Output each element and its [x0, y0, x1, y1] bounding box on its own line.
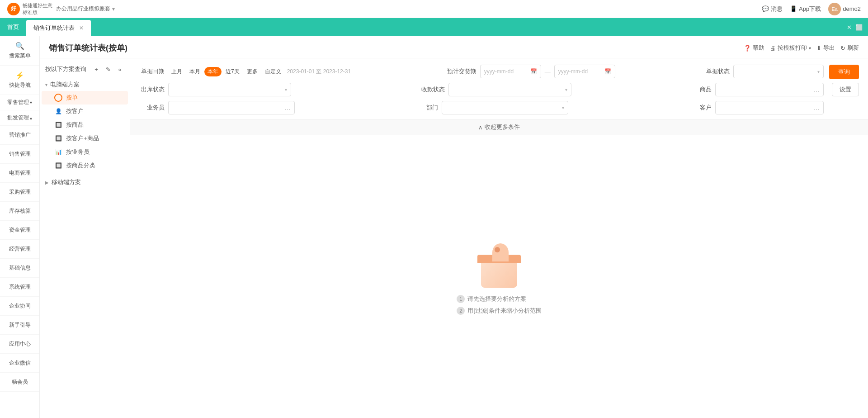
date-btn-7days[interactable]: 近7天: [222, 67, 243, 76]
department-label: 部门: [420, 104, 438, 112]
payment-status-dropdown-icon: ▾: [565, 87, 567, 92]
export-btn[interactable]: ⬇ 导出: [816, 44, 835, 52]
salesperson-select[interactable]: ...: [168, 101, 295, 114]
filter-main: 单据日期 上月 本月 本年 近7天 更多 自定义 20: [139, 65, 824, 119]
sidebar-item-wholesale[interactable]: 批发管理 ▴: [0, 110, 39, 126]
sidebar-item-search[interactable]: 🔍 搜索菜单: [0, 36, 39, 66]
cal-end-icon: 📅: [604, 68, 611, 75]
tab-sales-stats-label: 销售订单统计表: [33, 24, 75, 32]
app-download-btn[interactable]: 📱 App下载: [790, 5, 821, 13]
collapse-more-conditions-btn[interactable]: ∧ 收起更多条件: [130, 119, 868, 135]
query-button[interactable]: 查询: [829, 65, 859, 79]
sidebar-item-inventory[interactable]: 库存核算: [0, 202, 39, 221]
scheme-group-desktop-header[interactable]: ▾ 电脑端方案: [40, 78, 130, 91]
product-more-icon[interactable]: ...: [814, 86, 820, 94]
sidebar-item-appstore[interactable]: 应用中心: [0, 335, 39, 354]
scheme-panel-actions: + ✎ «: [92, 65, 124, 74]
scheme-item-by-product[interactable]: 🔲 按商品: [42, 118, 128, 132]
date-quick-btns: 上月 本月 本年 近7天 更多 自定义: [168, 67, 284, 76]
scheme-item-by-order[interactable]: 按单: [42, 91, 128, 104]
breadcrumb-dropdown-icon[interactable]: ▾: [112, 6, 115, 12]
sidebar-item-system[interactable]: 系统管理: [0, 278, 39, 297]
tab-home[interactable]: 首页: [0, 18, 26, 36]
by-customer-icon: 👤: [54, 107, 62, 115]
expected-date-start[interactable]: yyyy-mm-dd 📅: [480, 65, 541, 78]
date-btn-this-year[interactable]: 本年: [204, 67, 222, 76]
sidebar-item-wechat[interactable]: 企业微信: [0, 354, 39, 373]
date-btn-last-month[interactable]: 上月: [168, 67, 185, 76]
filter-row-2: 出库状态 ▾ 收款状态 ▾ 商品: [139, 83, 824, 96]
customer-select[interactable]: ...: [715, 101, 824, 114]
scheme-edit-btn[interactable]: ✎: [104, 65, 113, 74]
scheme-collapse-btn[interactable]: «: [115, 65, 124, 74]
expected-date-end-placeholder: yyyy-mm-dd: [558, 68, 588, 75]
user-menu[interactable]: Ea demo2: [828, 3, 861, 15]
department-dropdown-icon: ▾: [562, 105, 564, 110]
date-range-text: 2023-01-01 至 2023-12-31: [287, 68, 351, 76]
app-download-icon: 📱: [790, 5, 797, 12]
refresh-icon: ↻: [840, 45, 845, 52]
help-btn[interactable]: ❓ 帮助: [744, 44, 764, 52]
payment-status-label: 收款状态: [413, 86, 445, 94]
maximize-icon[interactable]: ⬜: [855, 24, 863, 31]
sidebar: 🔍 搜索菜单 ⚡ 快捷导航 零售管理 ▾ 批发管理 ▴ 营销推广 销售管理 电商…: [0, 36, 40, 418]
sidebar-item-finance[interactable]: 资金管理: [0, 221, 39, 240]
logo-icon: 好: [7, 3, 20, 15]
date-btn-this-month[interactable]: 本月: [186, 67, 203, 76]
by-customer-product-icon: 🔲: [54, 134, 62, 142]
sidebar-item-operation[interactable]: 经营管理: [0, 240, 39, 259]
avatar: Ea: [828, 3, 841, 15]
empty-illustration: [467, 238, 531, 288]
sidebar-item-newcomer[interactable]: 新手引导: [0, 316, 39, 335]
sidebar-item-sales[interactable]: 销售管理: [0, 145, 39, 164]
filter-row-3: 业务员 ... 部门 ▾ 客户: [139, 101, 824, 114]
breadcrumb: 办公用品行业模拟账套 ▾: [56, 5, 115, 13]
mobile-arrow-icon: ▶: [45, 180, 49, 185]
topbar: 好 畅捷通好生意 标准版 办公用品行业模拟账套 ▾ 💬 消息 📱 App下载 E…: [0, 0, 868, 18]
sidebar-item-quick-nav[interactable]: ⚡ 快捷导航: [0, 66, 39, 95]
sidebar-item-ecommerce[interactable]: 电商管理: [0, 164, 39, 183]
department-select[interactable]: ▾: [442, 101, 568, 114]
refresh-btn[interactable]: ↻ 刷新: [840, 44, 859, 52]
logo-text: 畅捷通好生意 标准版: [23, 2, 52, 15]
status-select[interactable]: ▾: [733, 65, 824, 78]
sidebar-item-purchase[interactable]: 采购管理: [0, 183, 39, 202]
sidebar-item-basic[interactable]: 基础信息: [0, 259, 39, 278]
expected-date-label: 预计交货期: [440, 67, 476, 76]
empty-hint-1: 1 请先选择要分析的方案: [457, 295, 541, 303]
product-select[interactable]: ...: [715, 83, 824, 96]
scheme-item-by-category[interactable]: 🔲 按商品分类: [42, 159, 128, 172]
logo-area: 好 畅捷通好生意 标准版: [7, 2, 52, 15]
customer-more-icon[interactable]: ...: [814, 104, 820, 112]
sidebar-item-member[interactable]: 畅会员: [0, 373, 39, 392]
tabbar: 首页 销售订单统计表 ✕ ✕ ⬜: [0, 18, 868, 36]
topbar-left: 好 畅捷通好生意 标准版 办公用品行业模拟账套 ▾: [7, 2, 115, 15]
settings-button[interactable]: 设置: [832, 83, 859, 96]
scheme-group-mobile-header[interactable]: ▶ 移动端方案: [40, 176, 130, 189]
filter-row-1: 单据日期 上月 本月 本年 近7天 更多 自定义 20: [139, 65, 824, 78]
by-product-icon: 🔲: [54, 121, 62, 129]
tab-close-icon[interactable]: ✕: [79, 25, 84, 31]
sidebar-item-marketing[interactable]: 营销推广: [0, 126, 39, 145]
delivery-status-dropdown-icon: ▾: [285, 87, 287, 92]
tab-sales-stats[interactable]: 销售订单统计表 ✕: [26, 20, 91, 36]
sidebar-item-enterprise[interactable]: 企业协同: [0, 297, 39, 316]
scheme-item-by-customer-product[interactable]: 🔲 按客户+商品: [42, 132, 128, 145]
expected-date-end[interactable]: yyyy-mm-dd 📅: [554, 65, 615, 78]
salesperson-more-icon[interactable]: ...: [284, 104, 290, 112]
main-layout: 🔍 搜索菜单 ⚡ 快捷导航 零售管理 ▾ 批发管理 ▴ 营销推广 销售管理 电商…: [0, 36, 868, 418]
sidebar-item-retail[interactable]: 零售管理 ▾: [0, 95, 39, 110]
scheme-item-by-customer[interactable]: 👤 按客户: [42, 104, 128, 118]
date-btn-custom[interactable]: 自定义: [262, 67, 284, 76]
scheme-add-btn[interactable]: +: [92, 65, 101, 74]
template-print-btn[interactable]: 🖨 按模板打印 ▾: [770, 44, 811, 52]
scheme-item-by-salesperson[interactable]: 📊 按业务员: [42, 145, 128, 159]
wholesale-arrow-icon: ▴: [30, 115, 32, 120]
delivery-status-select[interactable]: ▾: [168, 83, 291, 96]
minimize-icon[interactable]: ✕: [847, 24, 852, 31]
message-btn[interactable]: 💬 消息: [762, 5, 783, 13]
inner-layout: 按以下方案查询 + ✎ « ▾ 电脑端方案 按单: [40, 58, 868, 418]
date-btn-more[interactable]: 更多: [244, 67, 261, 76]
payment-status-select[interactable]: ▾: [448, 83, 571, 96]
status-label: 单据状态: [704, 67, 730, 76]
